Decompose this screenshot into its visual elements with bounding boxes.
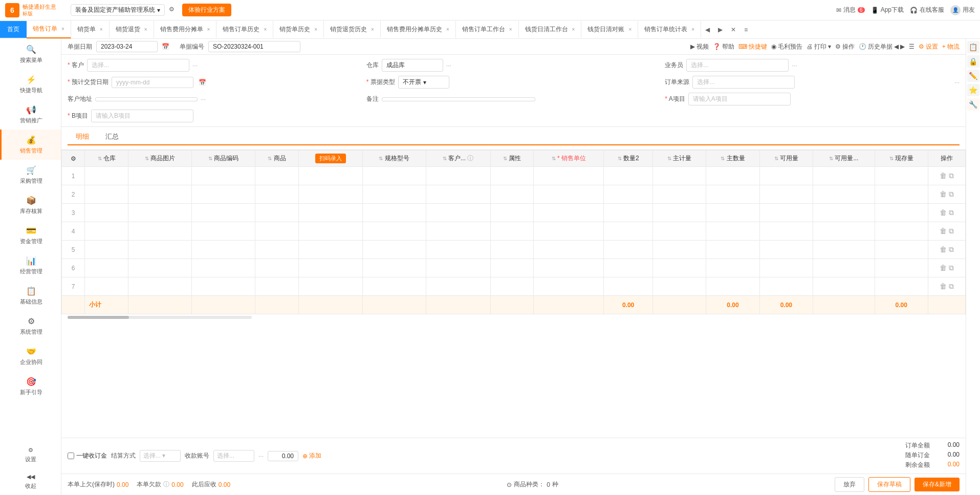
copy-icon[interactable]: ⧉: [949, 171, 954, 180]
warehouse-more-icon[interactable]: ···: [446, 62, 451, 69]
col-stock[interactable]: ⇅ 现存量: [875, 150, 928, 167]
account-more-icon[interactable]: ···: [258, 453, 264, 460]
col-main-qty[interactable]: ⇅ 主数量: [706, 150, 759, 167]
info-icon[interactable]: ⓘ: [467, 155, 473, 162]
delete-icon[interactable]: 🗑: [940, 264, 947, 272]
sidebar-item-purchase[interactable]: 🛒 采购管理: [0, 160, 61, 190]
tab-daily-workbench[interactable]: 钱货日清工作台 ×: [519, 21, 582, 38]
sidebar-item-guide[interactable]: 🎯 新手引导: [0, 371, 61, 401]
tab-summary[interactable]: 汇总: [97, 129, 127, 144]
tab-home[interactable]: 首页: [0, 21, 27, 38]
right-panel-icon-3[interactable]: ✏️: [967, 70, 979, 82]
col-unit[interactable]: ⇅ * 销售单位: [534, 150, 604, 167]
calendar-icon[interactable]: 📅: [162, 43, 169, 50]
col-attr[interactable]: ⇅ 属性: [490, 150, 534, 167]
right-panel-icon-4[interactable]: ⭐: [967, 84, 979, 96]
calendar-icon[interactable]: 📅: [199, 79, 206, 86]
settings-panel-btn[interactable]: ⚙ 设置: [919, 42, 938, 51]
col-spec[interactable]: ⇅ 规格型号: [362, 150, 426, 167]
copy-icon[interactable]: ⧉: [949, 245, 954, 254]
online-support-item[interactable]: 🎧 在线客服: [910, 6, 944, 14]
user-item[interactable]: 👤 用友: [950, 5, 975, 15]
order-source-more-icon[interactable]: ···: [954, 79, 960, 86]
system-title-select[interactable]: 装备及固定资产辅助管理系统 ▾: [71, 4, 165, 16]
tab-menu-btn[interactable]: ≡: [740, 22, 752, 37]
copy-icon[interactable]: ⧉: [949, 282, 954, 291]
sidebar-item-finance[interactable]: 💳 资金管理: [0, 220, 61, 250]
copy-icon[interactable]: ⧉: [949, 264, 954, 272]
tab-sales-order[interactable]: 销售订单 ×: [27, 20, 71, 38]
delivery-input[interactable]: yyyy-mm-dd: [112, 77, 193, 88]
tab-next-btn[interactable]: ▶: [714, 22, 727, 37]
delete-icon[interactable]: 🗑: [940, 245, 947, 254]
delete-icon[interactable]: 🗑: [940, 227, 947, 235]
col-main-unit[interactable]: ⇅ 主计量: [652, 150, 706, 167]
sidebar-item-system[interactable]: ⚙ 系统管理: [0, 311, 61, 341]
invoice-select[interactable]: 不开票 ▾: [398, 76, 449, 89]
sidebar-item-inventory[interactable]: 📦 库存核算: [0, 190, 61, 220]
horizontal-scrollbar[interactable]: [61, 314, 966, 320]
shortcut-btn[interactable]: ⌨ 快捷键: [738, 42, 767, 51]
tab-slip-history[interactable]: 销货单历史 ×: [273, 21, 324, 38]
draft-button[interactable]: 保存草稿: [868, 477, 910, 492]
account-select[interactable]: 选择...: [213, 450, 254, 462]
sidebar-item-basic[interactable]: 📋 基础信息: [0, 281, 61, 311]
view-btn[interactable]: ▶ 视频: [690, 42, 709, 51]
tab-detail[interactable]: 明细: [68, 129, 97, 145]
one-click-check[interactable]: [68, 453, 74, 459]
tab-close-icon[interactable]: ×: [100, 27, 103, 32]
col-available[interactable]: ⇅ 可用量: [759, 150, 813, 167]
tab-close-all-btn[interactable]: ✕: [727, 22, 740, 37]
one-click-checkbox[interactable]: 一键收订金: [68, 451, 107, 460]
add-payment-btn[interactable]: ⊕ 添加: [302, 451, 321, 460]
tab-return-history[interactable]: 销货退货历史 ×: [324, 21, 381, 38]
view-mode-btn[interactable]: ☰: [909, 43, 914, 50]
tab-expense-history[interactable]: 销售费用分摊单历史 ×: [381, 21, 456, 38]
tab-close-icon[interactable]: ×: [628, 27, 631, 32]
col-settings[interactable]: ⚙: [62, 150, 85, 167]
save-new-button[interactable]: 保存&新增: [914, 478, 960, 491]
sidebar-item-collab[interactable]: 🤝 企业协同: [0, 341, 61, 371]
b-project-input[interactable]: 请输入B项目: [91, 110, 193, 122]
tab-order-history[interactable]: 销售订单历史 ×: [216, 21, 273, 38]
col-code[interactable]: ⇅ 商品编码: [192, 150, 255, 167]
tab-close-icon[interactable]: ×: [446, 27, 449, 32]
right-panel-icon-1[interactable]: 📋: [967, 41, 979, 53]
tab-daily-reconcile[interactable]: 钱货日清对账 ×: [581, 21, 638, 38]
settings-icon[interactable]: ⚙: [169, 6, 178, 15]
col-warehouse[interactable]: ⇅ 仓库: [85, 150, 128, 167]
discard-button[interactable]: 放弃: [835, 477, 864, 492]
col-product[interactable]: ⇅ 商品: [255, 150, 298, 167]
col-qty2[interactable]: ⇅ 数量2: [604, 150, 653, 167]
tab-close-icon[interactable]: ×: [264, 27, 267, 32]
sidebar-collapse-btn[interactable]: ◀◀ 收起: [0, 468, 61, 495]
tab-stats-table[interactable]: 销售订单统计表 ×: [638, 21, 701, 38]
no-value[interactable]: SO-20230324-001: [208, 41, 300, 52]
add-logistics-btn[interactable]: + 物流: [942, 42, 960, 51]
profit-btn[interactable]: ◉ 毛利预告: [771, 42, 802, 51]
tab-expense-split[interactable]: 销售费用分摊单 ×: [154, 21, 217, 38]
address-input[interactable]: [95, 97, 198, 101]
salesperson-more-icon[interactable]: ···: [792, 62, 797, 69]
history-btn[interactable]: 🕐 历史单据 ◀ ▶: [859, 42, 905, 51]
sidebar-item-operations[interactable]: 📊 经营管理: [0, 250, 61, 281]
customer-input[interactable]: 选择...: [87, 59, 189, 72]
salesperson-input[interactable]: 选择...: [686, 59, 789, 72]
scroll-track[interactable]: [68, 316, 252, 319]
amount-input[interactable]: 0.00: [268, 451, 298, 461]
remark-input[interactable]: [382, 97, 535, 101]
app-download-item[interactable]: 📱 App下载: [871, 6, 904, 14]
col-scan[interactable]: 扫码录入: [298, 150, 362, 167]
tab-return[interactable]: 销货退货 ×: [110, 21, 154, 38]
help-btn[interactable]: ❓ 帮助: [713, 42, 734, 51]
settlement-select[interactable]: 选择... ▾: [140, 450, 181, 462]
delete-icon[interactable]: 🗑: [940, 208, 947, 217]
warehouse-input[interactable]: 成品库: [382, 59, 443, 72]
sidebar-item-search[interactable]: 🔍 搜索菜单: [0, 39, 61, 69]
tab-close-icon[interactable]: ×: [691, 27, 694, 32]
delete-icon[interactable]: 🗑: [940, 190, 947, 199]
col-img[interactable]: ⇅ 商品图片: [128, 150, 192, 167]
tab-close-icon[interactable]: ×: [207, 27, 210, 32]
scroll-thumb[interactable]: [68, 316, 129, 319]
tab-close-icon[interactable]: ×: [371, 27, 374, 32]
